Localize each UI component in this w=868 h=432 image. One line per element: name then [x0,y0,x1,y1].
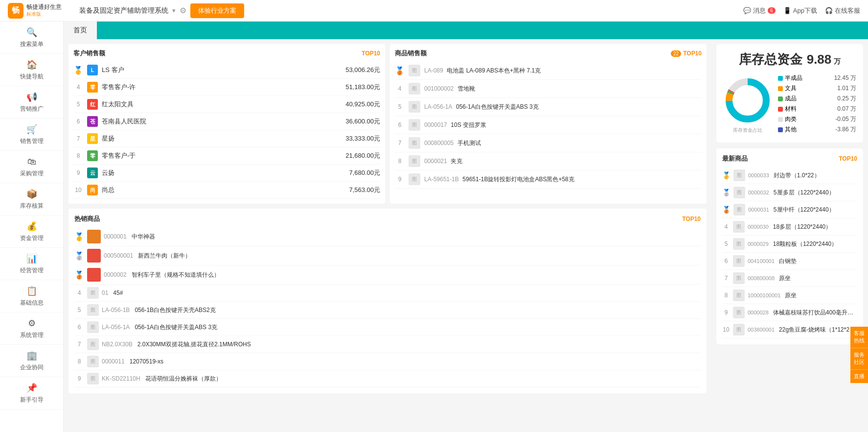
sidebar-item-basic-info[interactable]: 📋 基础信息 [0,280,63,312]
product-name: 手机测试 [457,140,481,146]
legend-name: 半成品 [785,74,802,82]
product-code: LA-59651-1B [424,176,459,183]
customer-rank-row: 6 苍 苍南县人民医院 36,600.00元 [73,113,380,130]
trial-button[interactable]: 体验行业方案 [190,3,244,18]
product-name: 10S 变扭罗浆 [451,121,486,128]
product-code: LA-089 [424,67,443,74]
message-icon: 💬 [743,7,751,14]
customer-rank-row: 5 红 红太阳文具 40,925.00元 [73,96,380,113]
legend-value: -0.05 万 [835,115,856,123]
hot-product-name: 花语萌恒温分娩裤袜（厚款） [145,375,701,383]
hot-product-code: 01 [102,289,108,296]
hot-products-list: 🥇 0000001 中华神器 🥈 000500001 新西兰牛肉（新牛） 🥉 0… [74,227,701,387]
header-system: 装备及固定资产辅助管理系统 ▾ ⚙ 体验行业方案 [71,3,743,18]
hot-product-row: 4 图 01 45# [74,285,701,302]
sidebar: 🔍 搜索菜单 🏠 快捷导航 📢 营销推广 🛒 销售管理 🛍 采购管理 📦 库存核… [0,22,64,432]
customer-amount: 21,680.00元 [345,151,380,160]
customer-amount: 51,183.00元 [345,83,380,92]
product-img-placeholder: 图 [87,338,99,350]
product-sales-row: 7 图 000800005 手机测试 [395,134,702,152]
cs-hotline-button[interactable]: 客服 热线 [850,327,868,348]
customer-ranking-header: 客户销售额 TOP10 [73,49,380,58]
sidebar-item-sales[interactable]: 🛒 销售管理 [0,119,63,151]
hot-product-code: NB2.0X30B [102,341,133,348]
sidebar-item-purchase[interactable]: 🛍 采购管理 [0,151,63,183]
customer-name: 星扬 [102,134,342,143]
gear-icon[interactable]: ⚙ [180,6,186,15]
product-sales-row: 6 图 0000017 10S 变扭罗浆 [395,116,702,134]
page-content: 客户销售额 TOP10 🥇 L LS 客户 53,006.26元 4 零 零售客… [64,39,868,432]
notifications-button[interactable]: 💬 消息 6 [743,6,776,15]
app-download-button[interactable]: 📱 App下载 [783,6,817,15]
customer-name: 苍南县人民医院 [102,117,342,126]
customer-avatar: 苍 [87,116,98,127]
rank-number: 10 [73,187,83,193]
new-product-name: 22g鱼豆腐-烧烤味（1*12*20） [779,326,857,334]
sidebar-label-operations: 经营管理 [20,266,44,275]
sidebar-label-sysmanage: 系统管理 [20,331,44,339]
sales-icon: 🛒 [26,123,38,135]
new-product-img: 图 [733,187,745,198]
purchase-icon: 🛍 [26,156,38,168]
sidebar-item-operations[interactable]: 📊 经营管理 [0,248,63,280]
new-product-name: 体械嘉枝味苏打饮品400毫升（1*15） [773,309,857,317]
customer-rank-row: 4 零 零售客户-许 51,183.00元 [73,79,380,96]
gold-medal-icon: 🥇 [73,66,83,75]
product-sales-row: 🥉 图 LA-089 电池盖 LA-089 ABS本色+黑种 7.1克 [395,62,702,80]
new-product-row: 7 图 000800008 原坐 [722,270,857,287]
customer-rank-row: 8 零 零售客户-于 21,680.00元 [73,147,380,165]
hot-product-code: 0000011 [102,358,125,365]
new-product-name: 白钢垫 [779,257,857,265]
legend-value: -3.86 万 [835,125,856,134]
hot-product-row: 5 图 LA-056-1B 056-1B白色按键开关壳ABS2克 [74,302,701,319]
customer-avatar: L [87,65,98,75]
cs-community-button[interactable]: 服务 社区 [850,348,868,370]
product-name: 电池盖 LA-089 ABS本色+黑种 7.1克 [447,67,541,74]
sidebar-item-inventory[interactable]: 📦 库存核算 [0,183,63,216]
headset-icon: 🎧 [825,7,833,14]
product-name: 夹克 [451,158,462,165]
sidebar-item-enterprise[interactable]: 🏢 企业协同 [0,345,63,377]
new-product-img: 图 [733,204,745,216]
online-service-button[interactable]: 🎧 在线客服 [825,6,860,15]
new-product-img: 图 [733,289,745,301]
content-area: 首页 客户销售额 TOP10 🥇 L LS 客户 53,006.26元 [64,22,868,432]
product-code: 0000017 [424,121,447,128]
sidebar-item-newbie[interactable]: 📌 新手引导 [0,377,63,409]
product-img-placeholder: 图 [87,304,99,316]
sidebar-item-sysmanage[interactable]: ⚙ 系统管理 [0,312,63,345]
legend-name: 文具 [785,84,797,93]
inventory-legend-item: 材料 0.07 万 [778,105,856,113]
sidebar-item-marketing[interactable]: 📢 营销推广 [0,86,63,119]
notifications-label: 消息 [753,6,766,15]
sidebar-item-search[interactable]: 🔍 搜索菜单 [0,22,63,54]
new-products-title: 最新商品 [722,154,748,163]
customer-avatar: 尚 [87,185,98,195]
tab-home[interactable]: 首页 [64,22,97,39]
inventory-unit: 万 [834,57,841,65]
product-sales-list: 🥉 图 LA-089 电池盖 LA-089 ABS本色+黑种 7.1克 4 图 … [395,62,702,189]
rank-number: 4 [73,84,83,91]
legend-name: 其他 [785,125,797,134]
hot-product-row: 9 图 KK-SD22110H 花语萌恒温分娩裤袜（厚款） [74,370,701,387]
sidebar-item-quicknav[interactable]: 🏠 快捷导航 [0,54,63,86]
new-product-name: 5厘多层（1220*2440） [774,189,857,197]
rank-number: 6 [73,118,83,125]
hot-product-row: 7 图 NB2.0X30B 2.0X30MM双搓花轴,搓花直径2.1MM/ROH… [74,336,701,353]
customer-avatar: 星 [87,133,98,144]
customer-ranking-list: 🥇 L LS 客户 53,006.26元 4 零 零售客户-许 51,183.0… [73,62,380,199]
marketing-icon: 📢 [26,91,38,103]
sidebar-item-finance[interactable]: 💰 资金管理 [0,216,63,248]
right-panel: 库存总资金 9.88 万 [711,39,868,432]
new-product-code: 10000100001 [748,292,780,298]
new-product-img: 图 [733,272,745,284]
legend-color-dot [778,127,783,132]
legend-value: 0.25 万 [837,95,856,103]
hot-product-row: 🥇 0000001 中华神器 [74,227,701,246]
product-sales-row: 5 图 LA-056-1A 056-1A白色按键开关盖ABS 3克 [395,98,702,116]
cs-live-button[interactable]: 直播 [850,370,868,383]
new-product-name: 18颗粒板（1220*2440） [773,240,857,248]
chevron-down-icon[interactable]: ▾ [172,7,176,14]
online-service-label: 在线客服 [835,6,860,15]
new-product-code: 004100001 [748,258,775,264]
